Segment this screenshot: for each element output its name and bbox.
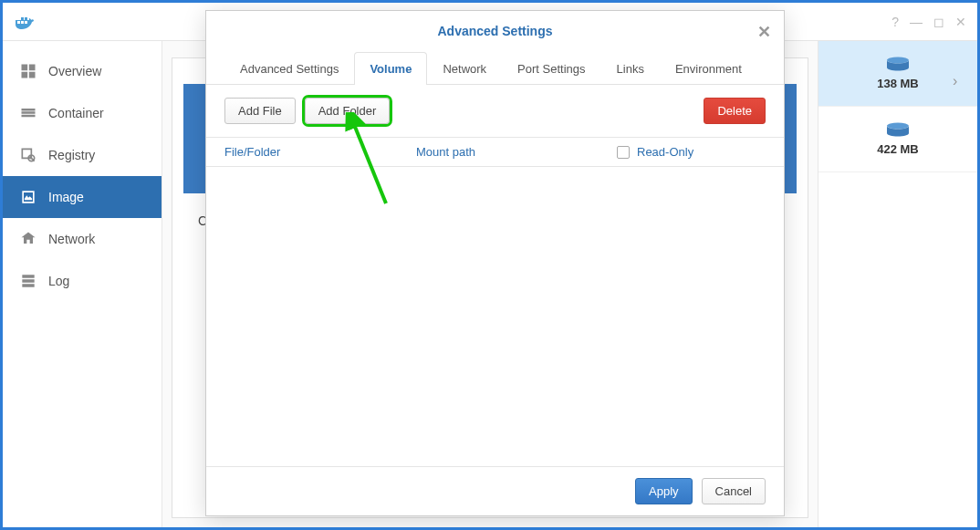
close-icon[interactable]: ✕ xyxy=(757,22,771,42)
registry-icon xyxy=(19,146,37,164)
image-size: 422 MB xyxy=(877,142,919,156)
svg-point-1 xyxy=(887,123,909,130)
sidebar-item-label: Container xyxy=(48,106,104,120)
column-read-only-label: Read-Only xyxy=(637,145,693,159)
image-size-list: 138 MB 422 MB xyxy=(818,41,977,527)
help-button[interactable]: ? xyxy=(891,15,899,29)
dialog-title-text: Advanced Settings xyxy=(437,24,552,38)
volume-table-header: File/Folder Mount path Read-Only xyxy=(206,137,784,167)
sidebar-item-label: Overview xyxy=(48,64,101,78)
sidebar-item-label: Log xyxy=(48,274,69,288)
sidebar-item-overview[interactable]: Overview xyxy=(3,50,162,92)
disk-icon xyxy=(885,57,911,71)
tab-links[interactable]: Links xyxy=(601,52,660,85)
tab-volume[interactable]: Volume xyxy=(354,52,427,85)
dialog-footer: Apply Cancel xyxy=(206,466,784,515)
column-mount-path[interactable]: Mount path xyxy=(416,145,617,159)
read-only-header-checkbox[interactable] xyxy=(617,146,630,159)
add-folder-button[interactable]: Add Folder xyxy=(305,98,391,124)
sidebar-item-image[interactable]: Image xyxy=(3,176,162,218)
chevron-right-icon[interactable]: › xyxy=(953,73,957,89)
add-file-button[interactable]: Add File xyxy=(224,98,296,124)
apply-button[interactable]: Apply xyxy=(635,478,693,504)
volume-table-body xyxy=(206,167,784,466)
close-window-button[interactable]: ✕ xyxy=(955,15,966,29)
svg-point-0 xyxy=(887,57,909,64)
column-read-only[interactable]: Read-Only xyxy=(617,145,766,159)
maximize-button[interactable]: ◻ xyxy=(933,15,944,29)
image-icon xyxy=(19,188,37,206)
log-icon xyxy=(19,272,37,290)
sidebar-item-network[interactable]: Network xyxy=(3,218,162,260)
sidebar-item-label: Network xyxy=(48,232,95,246)
sidebar-item-label: Registry xyxy=(48,148,95,162)
overview-icon xyxy=(19,62,37,80)
list-item[interactable]: 422 MB xyxy=(818,107,977,172)
tab-port-settings[interactable]: Port Settings xyxy=(502,52,600,85)
tab-advanced-settings[interactable]: Advanced Settings xyxy=(224,52,354,85)
minimize-button[interactable]: — xyxy=(910,15,923,29)
dialog-title: Advanced Settings ✕ xyxy=(206,11,784,51)
disk-icon xyxy=(885,122,911,137)
volume-toolbar: Add File Add Folder Delete xyxy=(206,85,784,137)
dialog-tabs: Advanced Settings Volume Network Port Se… xyxy=(206,51,784,85)
tab-environment[interactable]: Environment xyxy=(660,52,757,85)
delete-button[interactable]: Delete xyxy=(704,98,766,124)
container-icon xyxy=(19,104,37,122)
tab-network[interactable]: Network xyxy=(427,52,502,85)
sidebar-item-registry[interactable]: Registry xyxy=(3,134,162,176)
docker-whale-icon xyxy=(14,11,36,33)
cancel-button[interactable]: Cancel xyxy=(702,478,766,504)
sidebar-item-container[interactable]: Container xyxy=(3,92,162,134)
sidebar-item-label: Image xyxy=(48,190,84,204)
sidebar-item-log[interactable]: Log xyxy=(3,260,162,302)
network-icon xyxy=(19,230,37,248)
column-file-folder[interactable]: File/Folder xyxy=(224,145,416,159)
advanced-settings-dialog: Advanced Settings ✕ Advanced Settings Vo… xyxy=(205,10,785,516)
image-size: 138 MB xyxy=(877,77,919,90)
window-controls: ? — ◻ ✕ xyxy=(891,15,966,29)
sidebar: Overview Container Registry Image Networ… xyxy=(3,41,162,527)
